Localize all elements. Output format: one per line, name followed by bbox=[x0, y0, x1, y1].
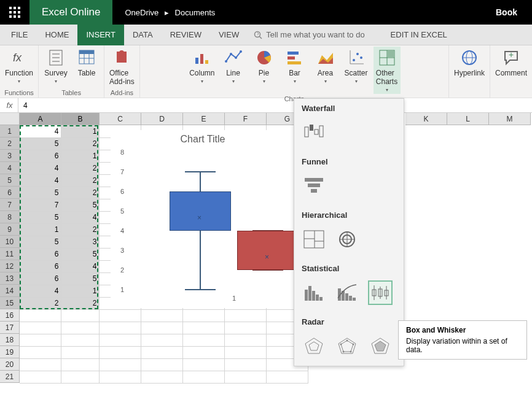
row-header[interactable]: 1 bbox=[0, 125, 20, 137]
svg-point-36 bbox=[356, 53, 359, 55]
svg-marker-78 bbox=[309, 342, 319, 350]
col-header-E[interactable]: E bbox=[183, 113, 225, 125]
svg-rect-22 bbox=[195, 58, 198, 64]
histogram-chart-icon[interactable] bbox=[302, 280, 326, 305]
breadcrumb-onedrive[interactable]: OneDrive bbox=[125, 8, 158, 17]
formula-value[interactable]: 4 bbox=[18, 101, 28, 110]
document-name[interactable]: Book bbox=[496, 7, 532, 17]
svg-rect-23 bbox=[200, 54, 203, 64]
other-charts-menu: Waterfall Funnel Hierarchical Statistica… bbox=[294, 98, 404, 366]
breadcrumb: OneDrive ▸ Documents bbox=[112, 8, 231, 17]
scatter-chart-button[interactable]: Scatter▾ bbox=[343, 47, 370, 85]
tab-data[interactable]: DATA bbox=[124, 25, 162, 45]
other-charts-button[interactable]: Other Charts▾ bbox=[374, 47, 401, 94]
insert-function-button[interactable]: fx Function▾ bbox=[4, 47, 34, 85]
col-header-F[interactable]: F bbox=[225, 113, 267, 125]
area-chart-button[interactable]: Area▾ bbox=[312, 47, 339, 85]
svg-rect-46 bbox=[305, 127, 308, 137]
svg-rect-47 bbox=[310, 125, 313, 131]
tooltip-box-whisker: Box and Whisker Display variation within… bbox=[398, 320, 527, 360]
svg-point-25 bbox=[225, 60, 227, 63]
office-addins-button[interactable]: Office Add-ins bbox=[108, 47, 136, 87]
fx-label[interactable]: fx bbox=[1, 98, 18, 113]
chart-title[interactable]: Chart Title bbox=[111, 130, 295, 148]
tab-insert[interactable]: INSERT bbox=[77, 25, 123, 45]
svg-point-84 bbox=[343, 351, 345, 353]
col-header-D[interactable]: D bbox=[141, 113, 183, 125]
svg-rect-61 bbox=[305, 290, 308, 301]
svg-rect-17 bbox=[79, 50, 94, 54]
svg-rect-4 bbox=[14, 11, 16, 14]
svg-rect-50 bbox=[305, 178, 323, 182]
hyperlink-button[interactable]: Hyperlink bbox=[453, 47, 486, 79]
svg-rect-24 bbox=[205, 60, 208, 64]
svg-rect-5 bbox=[18, 11, 20, 14]
chart-boxplot[interactable]: Chart Title 12345678××1 bbox=[111, 130, 295, 308]
svg-rect-3 bbox=[9, 11, 12, 14]
svg-point-35 bbox=[353, 59, 355, 61]
tell-me[interactable]: Tell me what you want to do bbox=[254, 30, 364, 39]
tab-view[interactable]: VIEW bbox=[210, 25, 248, 45]
ribbon: fx Function▾ Functions Survey▾ Table Tab… bbox=[0, 45, 532, 98]
comment-button[interactable]: +Comment bbox=[494, 47, 528, 79]
svg-line-10 bbox=[260, 36, 262, 39]
ribbon-tabs: FILE HOME INSERT DATA REVIEW VIEW Tell m… bbox=[0, 25, 532, 45]
breadcrumb-documents[interactable]: Documents bbox=[175, 8, 216, 17]
radar-chart-icon[interactable] bbox=[302, 334, 326, 358]
svg-point-82 bbox=[353, 344, 354, 345]
radar-filled-chart-icon[interactable] bbox=[368, 334, 393, 358]
column-chart-button[interactable]: Column▾ bbox=[188, 47, 216, 85]
svg-marker-77 bbox=[305, 338, 323, 353]
svg-rect-41 bbox=[388, 51, 394, 57]
radar-markers-chart-icon[interactable] bbox=[335, 334, 359, 358]
chart-plot-area: 12345678××1 bbox=[127, 152, 290, 290]
svg-rect-49 bbox=[319, 126, 323, 137]
table-button[interactable]: Table bbox=[73, 47, 100, 79]
svg-rect-0 bbox=[9, 7, 12, 9]
formula-bar: fx 4 bbox=[0, 98, 532, 113]
svg-rect-65 bbox=[319, 297, 323, 301]
line-chart-button[interactable]: Line▾ bbox=[220, 47, 247, 85]
svg-rect-52 bbox=[311, 189, 317, 193]
svg-rect-48 bbox=[315, 129, 318, 134]
worksheet[interactable]: A B C D E F G 1 2 3 4 5 6 7 8 9 10 11 12… bbox=[0, 113, 532, 125]
svg-rect-7 bbox=[14, 15, 16, 18]
header-bar: Excel Online OneDrive ▸ Documents Book bbox=[0, 0, 532, 25]
tab-review[interactable]: REVIEW bbox=[162, 25, 210, 45]
pie-chart-button[interactable]: Pie▾ bbox=[251, 47, 278, 85]
svg-point-83 bbox=[350, 351, 352, 353]
col-header-B[interactable]: B bbox=[61, 113, 100, 125]
svg-rect-69 bbox=[349, 296, 352, 301]
svg-rect-53 bbox=[304, 231, 324, 248]
svg-text:fx: fx bbox=[13, 52, 22, 64]
svg-point-26 bbox=[230, 53, 232, 55]
svg-point-28 bbox=[240, 50, 242, 53]
svg-point-27 bbox=[235, 56, 237, 59]
funnel-chart-icon[interactable] bbox=[302, 174, 326, 198]
svg-point-81 bbox=[346, 340, 348, 342]
survey-button[interactable]: Survey▾ bbox=[42, 47, 69, 85]
col-header-A[interactable]: A bbox=[20, 113, 61, 125]
waterfall-chart-icon[interactable] bbox=[302, 120, 326, 145]
svg-rect-68 bbox=[345, 293, 348, 301]
svg-rect-31 bbox=[288, 56, 295, 60]
svg-rect-2 bbox=[18, 7, 20, 9]
col-header-C[interactable]: C bbox=[100, 113, 141, 125]
svg-point-85 bbox=[340, 344, 342, 345]
app-launcher[interactable] bbox=[0, 0, 29, 25]
svg-rect-6 bbox=[9, 15, 12, 18]
svg-text:+: + bbox=[509, 50, 514, 60]
box-whisker-chart-icon[interactable] bbox=[368, 280, 393, 305]
sunburst-chart-icon[interactable] bbox=[335, 227, 359, 252]
svg-rect-8 bbox=[18, 15, 20, 18]
bar-chart-button[interactable]: Bar▾ bbox=[281, 47, 308, 85]
svg-rect-51 bbox=[308, 183, 320, 187]
tab-home[interactable]: HOME bbox=[36, 25, 77, 45]
treemap-chart-icon[interactable] bbox=[302, 227, 326, 252]
app-title: Excel Online bbox=[29, 0, 112, 25]
tab-file[interactable]: FILE bbox=[2, 25, 36, 45]
edit-in-excel[interactable]: EDIT IN EXCEL bbox=[383, 25, 455, 45]
svg-rect-64 bbox=[316, 295, 319, 301]
pareto-chart-icon[interactable] bbox=[335, 280, 359, 305]
svg-rect-70 bbox=[353, 298, 356, 301]
